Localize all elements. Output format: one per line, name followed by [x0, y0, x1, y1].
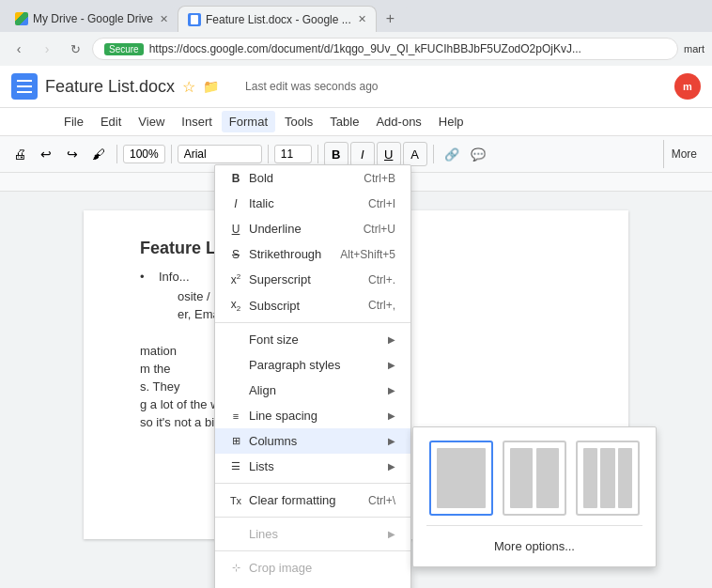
subscript-icon: x2 [226, 298, 245, 313]
undo-button[interactable]: ↩ [34, 142, 58, 166]
menu-edit[interactable]: Edit [93, 111, 129, 132]
toolbar-divider-1 [116, 145, 117, 163]
secure-badge: Secure [104, 43, 144, 55]
paragraph-styles-label: Paragraph styles [249, 358, 341, 372]
redo-button[interactable]: ↪ [60, 142, 85, 166]
doc-tab-label: Feature List.docx - Google ... [206, 13, 351, 26]
lists-icon: ☰ [226, 460, 245, 472]
format-clear-item[interactable]: Tx Clear formatting Ctrl+\ [215, 487, 410, 513]
account-avatar[interactable]: m [674, 73, 701, 100]
columns-label: Columns [249, 434, 297, 448]
clear-shortcut: Ctrl+\ [368, 494, 395, 507]
columns-submenu: More options... [412, 426, 657, 567]
address-text: https://docs.google.com/document/d/1kqgo… [149, 42, 581, 55]
columns-more-options[interactable]: More options... [426, 534, 642, 559]
menu-format[interactable]: Format [222, 111, 275, 132]
tab-drive[interactable]: My Drive - Google Drive ✕ [6, 6, 178, 32]
toolbar-divider-3 [268, 145, 269, 163]
font-size-arrow: ▶ [388, 334, 395, 345]
menu-help[interactable]: Help [431, 111, 472, 132]
nav-bar: ‹ › ↻ Secure https://docs.google.com/doc… [0, 32, 712, 66]
forward-button[interactable]: › [36, 38, 58, 60]
link-button[interactable]: 🔗 [440, 142, 464, 166]
print-button[interactable]: 🖨 [8, 142, 32, 166]
more-button[interactable]: More [663, 140, 704, 168]
format-lines-item[interactable]: Lines ▶ [215, 521, 410, 547]
doc-tab-close[interactable]: ✕ [358, 13, 366, 25]
format-columns-item[interactable]: ⊞ Columns ▶ [215, 428, 410, 454]
drive-tab-label: My Drive - Google Drive [33, 12, 153, 25]
title-bar: Feature List.docx ☆ 📁 Last edit was seco… [0, 66, 712, 107]
star-icon[interactable]: ☆ [182, 78, 195, 96]
column-one-option[interactable] [429, 441, 493, 516]
menu-divider-1 [215, 322, 410, 323]
format-italic-item[interactable]: I Italic Ctrl+I [215, 191, 410, 216]
tab-doc[interactable]: Feature List.docx - Google ... ✕ [178, 6, 377, 32]
strikethrough-icon: S [226, 248, 245, 261]
format-bold-item[interactable]: B Bold Ctrl+B [215, 165, 410, 191]
format-paragraph-styles-item[interactable]: Paragraph styles ▶ [215, 352, 410, 378]
format-lists-item[interactable]: ☰ Lists ▶ [215, 454, 410, 479]
italic-icon: I [226, 197, 245, 210]
menu-table[interactable]: Table [322, 111, 366, 132]
format-superscript-item[interactable]: x2 Superscript Ctrl+. [215, 267, 410, 292]
bold-button[interactable]: B [324, 142, 348, 166]
menu-file[interactable]: File [56, 111, 91, 132]
refresh-button[interactable]: ↻ [64, 38, 86, 60]
strikethrough-shortcut: Alt+Shift+5 [340, 248, 395, 261]
subscript-shortcut: Ctrl+, [368, 299, 395, 312]
zoom-selector[interactable]: 100% [123, 145, 165, 163]
underline-icon: U [226, 223, 245, 236]
underline-button[interactable]: U [377, 142, 401, 166]
italic-button[interactable]: I [350, 142, 375, 166]
menu-divider-3 [215, 517, 410, 518]
last-edit-text: Last edit was seconds ago [245, 80, 378, 93]
menu-bar: File Edit View Insert Format Tools Table… [0, 107, 712, 135]
format-line-spacing-item[interactable]: ≡ Line spacing ▶ [215, 403, 410, 428]
underline-label: Underline [249, 222, 302, 236]
format-subscript-item[interactable]: x2 Subscript Ctrl+, [215, 292, 410, 318]
menu-tools[interactable]: Tools [277, 111, 320, 132]
hamburger-menu[interactable] [11, 73, 38, 100]
subscript-label: Subscript [249, 299, 300, 313]
address-bar[interactable]: Secure https://docs.google.com/document/… [92, 38, 678, 60]
menu-divider-2 [215, 483, 410, 484]
clear-icon: Tx [226, 495, 245, 506]
column-three-option[interactable] [576, 441, 640, 516]
menu-addons[interactable]: Add-ons [368, 111, 428, 132]
font-selector[interactable]: Arial [178, 145, 262, 163]
columns-preview [426, 441, 642, 516]
toolbar-divider-2 [171, 145, 172, 163]
docs-app: Feature List.docx ☆ 📁 Last edit was seco… [0, 66, 712, 558]
format-crop-item: ⊹ Crop image [215, 555, 410, 580]
tab-menu-button[interactable] [404, 6, 430, 32]
italic-shortcut: Ctrl+I [368, 197, 395, 210]
font-size-selector[interactable]: 11 [274, 145, 312, 163]
account-name: mart [684, 43, 704, 54]
new-tab-button[interactable]: + [377, 6, 404, 32]
font-color-button[interactable]: A [403, 142, 427, 166]
superscript-shortcut: Ctrl+. [368, 273, 395, 286]
lines-label: Lines [249, 527, 278, 541]
format-underline-item[interactable]: U Underline Ctrl+U [215, 216, 410, 241]
bold-icon: B [226, 172, 245, 185]
toolbar-divider-5 [433, 145, 434, 163]
paint-format-button[interactable]: 🖌 [86, 142, 111, 166]
browser-chrome: My Drive - Google Drive ✕ Feature List.d… [0, 0, 712, 66]
format-align-item[interactable]: Align ▶ [215, 378, 410, 403]
clear-label: Clear formatting [249, 493, 335, 507]
back-button[interactable]: ‹ [8, 38, 30, 60]
menu-view[interactable]: View [131, 111, 172, 132]
toolbar-divider-4 [317, 145, 318, 163]
drive-tab-close[interactable]: ✕ [160, 13, 168, 25]
column-two-option[interactable] [503, 441, 566, 516]
format-dropdown: B Bold Ctrl+B I Italic Ctrl+I U Underlin… [214, 164, 411, 588]
italic-label: Italic [249, 196, 274, 210]
font-size-label: Font size [249, 333, 299, 347]
superscript-label: Superscript [249, 272, 311, 286]
comment-button[interactable]: 💬 [466, 142, 490, 166]
format-font-size-item[interactable]: Font size ▶ [215, 327, 410, 352]
folder-icon[interactable]: 📁 [203, 79, 219, 94]
menu-insert[interactable]: Insert [174, 111, 220, 132]
format-strikethrough-item[interactable]: S Strikethrough Alt+Shift+5 [215, 241, 410, 267]
